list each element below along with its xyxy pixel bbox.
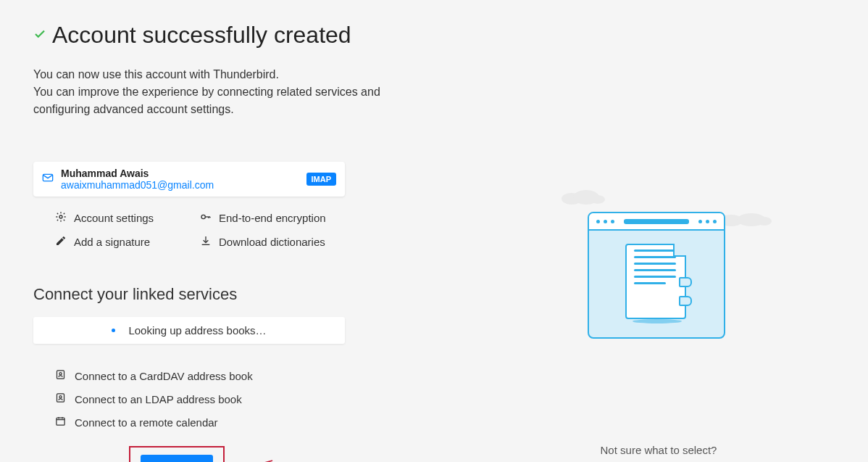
gear-icon bbox=[55, 211, 67, 225]
account-card: Muhammad Awais awaixmuhammad051@gmail.co… bbox=[33, 162, 345, 197]
signature-label: Add a signature bbox=[74, 236, 150, 248]
connect-carddav-link[interactable]: Connect to a CardDAV address book bbox=[55, 369, 425, 382]
loading-status: Looking up address books… bbox=[33, 317, 345, 344]
page-header: Account successfully created bbox=[33, 22, 425, 49]
dictionaries-link[interactable]: Download dictionaries bbox=[200, 235, 359, 249]
encryption-link[interactable]: End-to-end encryption bbox=[200, 211, 359, 225]
account-name: Muhammad Awais bbox=[61, 168, 214, 179]
svg-point-23 bbox=[757, 217, 772, 226]
pencil-icon bbox=[55, 235, 67, 249]
finish-button[interactable]: Finish bbox=[141, 455, 213, 462]
connect-carddav-label: Connect to a CardDAV address book bbox=[75, 370, 253, 382]
protocol-badge: IMAP bbox=[306, 173, 337, 186]
account-settings-label: Account settings bbox=[74, 212, 154, 224]
connect-ldap-link[interactable]: Connect to an LDAP address book bbox=[55, 392, 425, 405]
address-book-icon bbox=[55, 392, 66, 405]
spinner-icon bbox=[112, 329, 115, 332]
description: You can now use this account with Thunde… bbox=[33, 66, 425, 118]
key-icon bbox=[200, 211, 212, 225]
connect-calendar-link[interactable]: Connect to a remote calendar bbox=[55, 416, 425, 429]
dictionaries-label: Download dictionaries bbox=[219, 236, 325, 248]
highlight-annotation: Finish bbox=[129, 446, 225, 462]
illustration bbox=[535, 183, 782, 379]
account-settings-link[interactable]: Account settings bbox=[55, 211, 185, 225]
description-line-2: You can improve the experience by connec… bbox=[33, 83, 425, 118]
svg-point-20 bbox=[591, 195, 605, 204]
account-email: awaixmuhammad051@gmail.com bbox=[61, 179, 214, 191]
loading-text: Looking up address books… bbox=[128, 324, 266, 337]
svg-point-1 bbox=[59, 215, 62, 218]
download-icon bbox=[200, 235, 212, 249]
mail-icon bbox=[42, 172, 54, 186]
help-prompt: Not sure what to select? bbox=[524, 444, 793, 456]
calendar-icon bbox=[55, 416, 66, 429]
svg-point-9 bbox=[59, 373, 62, 375]
svg-point-11 bbox=[59, 396, 62, 398]
connect-calendar-label: Connect to a remote calendar bbox=[75, 416, 218, 429]
encryption-label: End-to-end encryption bbox=[219, 212, 326, 224]
description-line-1: You can now use this account with Thunde… bbox=[33, 66, 425, 83]
arrow-annotation-icon bbox=[230, 459, 274, 462]
svg-point-2 bbox=[201, 215, 205, 218]
signature-link[interactable]: Add a signature bbox=[55, 235, 185, 249]
connect-ldap-label: Connect to an LDAP address book bbox=[75, 393, 242, 405]
linked-services-heading: Connect your linked services bbox=[33, 285, 425, 304]
svg-rect-12 bbox=[57, 418, 64, 425]
page-title: Account successfully created bbox=[52, 22, 351, 49]
check-icon bbox=[33, 28, 46, 44]
address-book-icon bbox=[55, 369, 66, 382]
